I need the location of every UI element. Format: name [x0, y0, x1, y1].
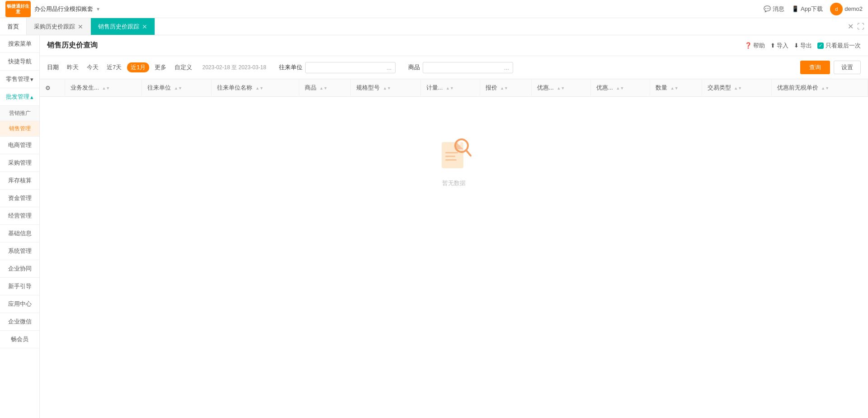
data-table: ⚙ 业务发生... ▲▼ 往来单位 ▲▼ 往来单位名称 ▲▼	[40, 79, 868, 223]
goods-label: 商品	[408, 63, 420, 71]
filter-bar: 日期 昨天 今天 近7天 近1月 更多 自定义 2023-02-18 至 202…	[40, 56, 868, 79]
import-link[interactable]: ⬆ 导入	[770, 42, 788, 50]
col-counterpart-label: 往来单位	[147, 84, 171, 91]
table-body: 暂无数据	[40, 97, 868, 224]
logo-text: 畅捷通好生意	[5, 4, 31, 14]
col-discount1-label: 优惠...	[537, 84, 554, 91]
tab-home[interactable]: 首页	[0, 18, 27, 35]
col-discount2[interactable]: 优惠... ▲▼	[591, 79, 650, 97]
help-link[interactable]: ❓ 帮助	[745, 42, 765, 50]
date-range-display: 2023-02-18 至 2023-03-18	[202, 64, 266, 71]
sidebar-item-search[interactable]: 搜索菜单	[0, 35, 39, 53]
sidebar-item-wholesale[interactable]: 批发管理 ▴	[0, 88, 39, 106]
logo: 畅捷通好生意	[5, 1, 31, 17]
col-unit-label: 计量...	[426, 84, 443, 91]
counterpart-label: 往来单位	[279, 63, 302, 71]
topbar: 畅捷通好生意 办公用品行业模拟账套 ▾ 💬 消息 📱 App下载 d demo2	[0, 0, 868, 18]
shortcut-more[interactable]: 更多	[152, 62, 169, 72]
col-counterpart-name[interactable]: 往来单位名称 ▲▼	[212, 79, 299, 97]
sidebar-item-ecommerce[interactable]: 电商管理	[0, 137, 39, 154]
sidebar-item-apps[interactable]: 应用中心	[0, 295, 39, 313]
sidebar-item-system[interactable]: 系统管理	[0, 242, 39, 260]
sidebar-retail-label: 零售管理	[6, 75, 29, 83]
only-last-label: 只看最后一次	[826, 42, 861, 50]
shortcut-last1m[interactable]: 近1月	[127, 62, 149, 72]
shortcut-yesterday[interactable]: 昨天	[64, 62, 81, 72]
col-discount1-sort: ▲▼	[557, 86, 565, 90]
empty-illustration	[434, 133, 474, 174]
tab-sales-history-close[interactable]: ✕	[142, 24, 147, 30]
col-gear[interactable]: ⚙	[40, 79, 65, 97]
sidebar-item-finance[interactable]: 资金管理	[0, 190, 39, 207]
query-button[interactable]: 查询	[800, 61, 830, 74]
sidebar-item-purchase[interactable]: 采购管理	[0, 154, 39, 172]
tab-purchase-history[interactable]: 采购历史价跟踪 ✕	[27, 18, 91, 35]
col-pre-tax[interactable]: 优惠前无税单价 ▲▼	[771, 79, 868, 97]
sidebar-item-operations[interactable]: 经营管理	[0, 207, 39, 225]
sidebar-retail-arrow: ▾	[30, 76, 33, 83]
col-counterpart[interactable]: 往来单位 ▲▼	[142, 79, 212, 97]
col-discount2-label: 优惠...	[596, 84, 613, 91]
message-link[interactable]: 💬 消息	[764, 5, 784, 13]
col-unit-sort: ▲▼	[446, 86, 454, 90]
sidebar-item-basic-info[interactable]: 基础信息	[0, 225, 39, 242]
sidebar-item-membership[interactable]: 畅会员	[0, 331, 39, 348]
col-spec-label: 规格型号	[356, 84, 380, 91]
export-icon: ⬇	[794, 42, 799, 49]
sidebar-item-marketing[interactable]: 营销推广	[0, 106, 39, 121]
table-header: ⚙ 业务发生... ▲▼ 往来单位 ▲▼ 往来单位名称 ▲▼	[40, 79, 868, 97]
tabbar: 首页 采购历史价跟踪 ✕ 销售历史价跟踪 ✕ ✕ ⛶	[0, 18, 868, 35]
sidebar-item-guide[interactable]: 新手引导	[0, 278, 39, 295]
col-biz-date[interactable]: 业务发生... ▲▼	[65, 79, 142, 97]
tab-purchase-history-close[interactable]: ✕	[78, 24, 83, 30]
page-title: 销售历史价查询	[47, 41, 98, 56]
tab-sales-history[interactable]: 销售历史价跟踪 ✕	[91, 18, 155, 35]
col-pre-tax-label: 优惠前无税单价	[777, 84, 818, 91]
col-unit[interactable]: 计量... ▲▼	[420, 79, 480, 97]
sidebar-item-retail[interactable]: 零售管理 ▾	[0, 71, 39, 88]
col-counterpart-name-sort: ▲▼	[255, 86, 264, 90]
export-link[interactable]: ⬇ 导出	[794, 42, 812, 50]
col-quantity-label: 数量	[656, 84, 667, 91]
col-biz-date-label: 业务发生...	[71, 84, 99, 91]
sidebar-item-enterprise[interactable]: 企业协同	[0, 260, 39, 278]
only-last-checkbox[interactable]	[817, 43, 824, 49]
page-header: 销售历史价查询 ❓ 帮助 ⬆ 导入 ⬇ 导出 只看最后一次	[40, 35, 868, 56]
col-biz-date-sort: ▲▼	[102, 86, 110, 90]
tab-home-label: 首页	[7, 23, 19, 31]
date-shortcuts: 昨天 今天 近7天 近1月 更多 自定义	[64, 62, 195, 72]
gear-icon: ⚙	[45, 85, 51, 91]
col-pre-tax-sort: ▲▼	[821, 86, 829, 90]
only-last-checkbox-wrap[interactable]: 只看最后一次	[817, 42, 861, 50]
avatar: d	[830, 3, 843, 15]
fullscreen-icon[interactable]: ⛶	[857, 23, 864, 31]
sidebar-item-wechat[interactable]: 企业微信	[0, 313, 39, 331]
col-trade-type[interactable]: 交易类型 ▲▼	[702, 79, 771, 97]
counterpart-input[interactable]: ...	[305, 62, 396, 73]
close-all-tabs-icon[interactable]: ✕	[848, 22, 854, 31]
shortcut-last7[interactable]: 近7天	[104, 62, 124, 72]
col-spec[interactable]: 规格型号 ▲▼	[351, 79, 420, 97]
shortcut-custom[interactable]: 自定义	[172, 62, 195, 72]
username-label: demo2	[844, 5, 863, 12]
user-profile[interactable]: d demo2	[830, 3, 863, 15]
app-download-link[interactable]: 📱 App下载	[792, 5, 823, 13]
col-quote[interactable]: 报价 ▲▼	[480, 79, 532, 97]
col-goods[interactable]: 商品 ▲▼	[299, 79, 351, 97]
app-title-dropdown[interactable]: ▾	[97, 6, 99, 12]
settings-button[interactable]: 设置	[834, 61, 861, 74]
col-discount2-sort: ▲▼	[616, 86, 624, 90]
col-goods-label: 商品	[305, 84, 316, 91]
sidebar-wholesale-arrow: ▴	[30, 94, 33, 100]
sidebar-item-shortcuts[interactable]: 快捷导航	[0, 53, 39, 71]
page-header-actions: ❓ 帮助 ⬆ 导入 ⬇ 导出 只看最后一次	[745, 42, 861, 55]
tabbar-actions: ✕ ⛶	[848, 18, 868, 35]
col-quantity[interactable]: 数量 ▲▼	[650, 79, 702, 97]
sidebar-item-inventory[interactable]: 库存核算	[0, 172, 39, 190]
tab-purchase-history-label: 采购历史价跟踪	[34, 23, 75, 31]
goods-input[interactable]: ...	[423, 62, 513, 73]
shortcut-today[interactable]: 今天	[84, 62, 101, 72]
col-discount1[interactable]: 优惠... ▲▼	[532, 79, 591, 97]
sidebar-item-sales-mgmt[interactable]: 销售管理	[0, 121, 39, 137]
empty-state: 暂无数据	[40, 97, 868, 223]
